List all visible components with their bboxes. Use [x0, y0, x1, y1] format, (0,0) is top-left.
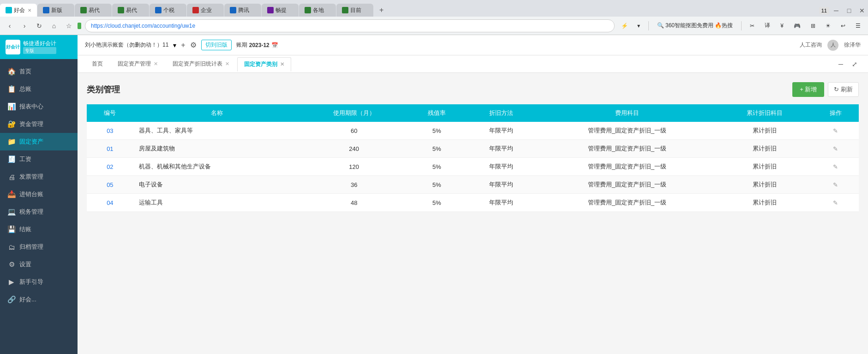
sidebar-item-ledger-label: 总账 — [19, 85, 31, 93]
support-button[interactable]: 人工咨询 — [800, 41, 822, 49]
calendar-icon[interactable]: 📅 — [271, 42, 278, 48]
grid-button[interactable]: ⊞ — [807, 21, 819, 30]
cell-action[interactable]: ✎ — [812, 140, 859, 158]
minimize-tab-button[interactable]: ─ — [835, 58, 847, 70]
cell-action[interactable]: ✎ — [812, 158, 859, 176]
cell-action[interactable]: ✎ — [812, 194, 859, 212]
cell-period: 120 — [300, 158, 407, 176]
sidebar-item-more[interactable]: 🔗 好会... — [0, 291, 78, 308]
sidebar-item-invoice[interactable]: 🖨 发票管理 — [0, 168, 78, 186]
tax-icon: 💻 — [7, 208, 16, 216]
cell-residual: 5% — [407, 140, 466, 158]
tab-favicon-9 — [267, 7, 274, 13]
cell-method: 年限平均 — [466, 140, 537, 158]
sidebar-item-home[interactable]: 🏠 首页 — [0, 63, 78, 80]
dropdown-button[interactable]: ▾ — [634, 21, 644, 30]
bookmark-button[interactable]: ☆ — [63, 20, 75, 32]
sidebar-item-guide[interactable]: ▶ 新手引导 — [0, 273, 78, 291]
tab-depreciation[interactable]: 固定资产折旧统计表 ✕ — [166, 57, 236, 71]
browser-tab-6[interactable]: 个税 — [150, 4, 186, 17]
app-settings-button[interactable]: ⚙ — [190, 41, 197, 49]
sidebar-item-archive[interactable]: 🗂 归档管理 — [0, 238, 78, 256]
scissors-button[interactable]: ✂ — [746, 21, 758, 30]
home-browser-button[interactable]: ⌂ — [48, 20, 60, 32]
tab-home[interactable]: 首页 — [85, 57, 110, 71]
minimize-button[interactable]: ─ — [830, 5, 842, 17]
browser-tab-10[interactable]: 各地 — [299, 4, 336, 17]
cell-action[interactable]: ✎ — [812, 122, 859, 140]
cell-period: 36 — [300, 176, 407, 194]
refresh-table-button[interactable]: ↻ 刷新 — [828, 82, 859, 97]
cell-accumulated: 累计折旧 — [718, 176, 812, 194]
close-button[interactable]: ✕ — [856, 5, 868, 17]
col-action: 操作 — [812, 104, 859, 122]
invoice-icon: 🖨 — [7, 173, 16, 181]
expand-tab-button[interactable]: ⤢ — [849, 58, 861, 70]
sidebar-item-settings[interactable]: ⚙ 设置 — [0, 256, 78, 273]
back-button[interactable]: ‹ — [4, 20, 16, 32]
edit-icon[interactable]: ✎ — [833, 199, 838, 206]
tab-favicon — [6, 7, 12, 13]
top-bar: 刘小艳演示账套（勿删勿动！）11 ▾ + ⚙ 切到旧版 账期 2023-12 📅… — [78, 35, 868, 55]
browser-tab-8[interactable]: 腾讯 — [224, 4, 261, 17]
new-tab-button[interactable]: + — [374, 4, 389, 17]
menu-button[interactable]: ☰ — [852, 21, 864, 30]
tab-home-label: 首页 — [92, 60, 103, 68]
search-button[interactable]: 🔍 360智能抠图免费用 🔥热搜 — [653, 20, 737, 31]
tab-favicon-2 — [43, 7, 49, 13]
browser-tab-7[interactable]: 企业 — [187, 4, 224, 17]
undo-button[interactable]: ↩ — [837, 21, 849, 30]
refresh-browser-button[interactable]: ↻ — [33, 20, 45, 32]
cell-residual: 5% — [407, 122, 466, 140]
extension-button[interactable]: ⚡ — [617, 21, 632, 30]
browser-tab-2[interactable]: 新版 — [37, 4, 74, 17]
tab-depreciation-close[interactable]: ✕ — [225, 61, 229, 67]
cell-period: 240 — [300, 140, 407, 158]
sidebar-item-tax[interactable]: 💻 税务管理 — [0, 203, 78, 221]
cell-action[interactable]: ✎ — [812, 176, 859, 194]
add-category-button[interactable]: + 新增 — [792, 82, 824, 97]
browser-tab-active[interactable]: 好会 ✕ — [0, 4, 37, 17]
tab-fixed-assets-mgmt-close[interactable]: ✕ — [154, 61, 158, 67]
browser-tab-4[interactable]: 易代 — [112, 4, 149, 17]
browser-tab-9[interactable]: 畅提 — [262, 4, 299, 17]
browser-tab-3[interactable]: 易代 — [75, 4, 112, 17]
sidebar-item-guide-label: 新手引导 — [19, 278, 43, 286]
cell-residual: 5% — [407, 176, 466, 194]
maximize-button[interactable]: □ — [843, 5, 855, 17]
tab-label-9: 畅提 — [275, 6, 287, 14]
address-input[interactable] — [85, 19, 615, 32]
sidebar-item-payroll-label: 工资 — [19, 155, 31, 163]
tab-category-close[interactable]: ✕ — [280, 61, 284, 67]
forward-button[interactable]: › — [18, 20, 30, 32]
sidebar-item-fixed-assets[interactable]: 📁 固定资产 — [0, 133, 78, 150]
edit-icon[interactable]: ✎ — [833, 127, 838, 134]
wallet-button[interactable]: ¥ — [777, 21, 787, 30]
brightness-button[interactable]: ☀ — [822, 21, 834, 30]
sidebar-item-invoice-label: 发票管理 — [19, 173, 43, 181]
sidebar-item-ledger[interactable]: 📋 总账 — [0, 80, 78, 98]
home-icon: 🏠 — [7, 67, 16, 76]
edit-icon[interactable]: ✎ — [833, 181, 838, 188]
browser-tab-11[interactable]: 目前 — [336, 4, 373, 17]
tab-label-7: 企业 — [201, 6, 212, 14]
edit-icon[interactable]: ✎ — [833, 145, 838, 152]
cell-method: 年限平均 — [466, 176, 537, 194]
translate-button[interactable]: 译 — [761, 20, 774, 31]
cell-method: 年限平均 — [466, 158, 537, 176]
sidebar-item-reports[interactable]: 📊 报表中心 — [0, 98, 78, 115]
sidebar-item-payroll[interactable]: 🧾 工资 — [0, 150, 78, 168]
sidebar-item-funds[interactable]: 🔐 资金管理 — [0, 115, 78, 133]
tab-category[interactable]: 固定资产类别 ✕ — [237, 57, 291, 72]
switch-version-button[interactable]: 切到旧版 — [201, 40, 232, 50]
sidebar-item-closing[interactable]: 💾 结账 — [0, 221, 78, 238]
tab-label-11: 目前 — [350, 6, 361, 14]
user-dropdown-button[interactable]: ▾ — [173, 42, 176, 49]
cell-accumulated: 累计折旧 — [718, 158, 812, 176]
sidebar-item-inventory[interactable]: 📥 进销台账 — [0, 186, 78, 203]
edit-icon[interactable]: ✎ — [833, 163, 838, 170]
game-button[interactable]: 🎮 — [790, 21, 804, 30]
tab-fixed-assets-mgmt[interactable]: 固定资产管理 ✕ — [111, 57, 165, 71]
add-company-button[interactable]: + — [181, 41, 185, 49]
tab-close-icon[interactable]: ✕ — [28, 8, 31, 13]
